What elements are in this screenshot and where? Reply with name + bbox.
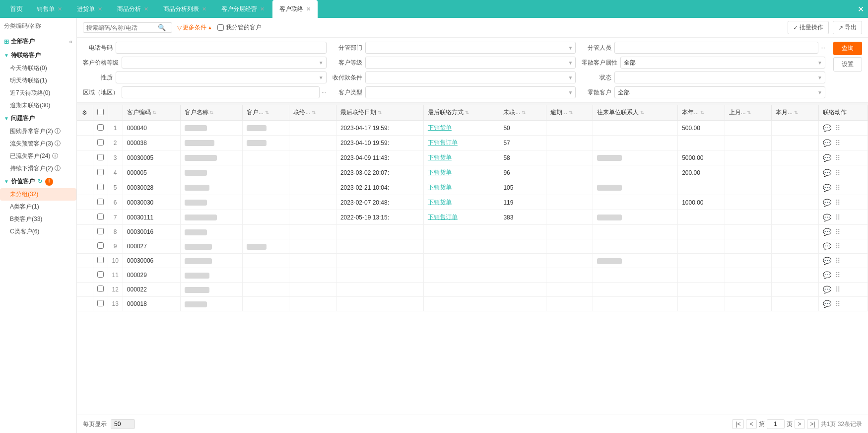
phone-action-icon[interactable]: 💬 (823, 228, 831, 236)
row-checkbox[interactable] (97, 184, 104, 190)
sidebar-item-declining[interactable]: 持续下滑客户(2) ⓘ (0, 162, 76, 175)
tab-customer-contact[interactable]: 客户联络 ✕ (272, 0, 318, 18)
sidebar-item-7days[interactable]: 近7天待联络(0) (0, 87, 76, 99)
sidebar-item-overdue[interactable]: 逾期未联络(30) (0, 99, 76, 112)
row-checkbox[interactable] (97, 271, 104, 278)
dept-select[interactable] (365, 42, 576, 54)
row-checkbox[interactable] (97, 124, 104, 131)
sidebar-item-churned[interactable]: 已流失客户(24) ⓘ (0, 150, 76, 162)
th-overdue[interactable]: 逾期... (546, 105, 593, 121)
phone-action-icon[interactable]: 💬 (823, 242, 831, 250)
more-action-icon[interactable]: ⠿ (835, 242, 840, 250)
my-customers-check[interactable] (217, 24, 224, 31)
page-number-input[interactable] (767, 419, 785, 429)
tab-purchase[interactable]: 进货单 ✕ (70, 0, 109, 18)
more-action-icon[interactable]: ⠿ (835, 300, 840, 308)
th-contact-person[interactable]: 往来单位联系人 (593, 105, 678, 121)
th-no-contact[interactable]: 未联... (499, 105, 546, 121)
phone-input[interactable] (116, 42, 327, 54)
filter-search-input[interactable] (86, 24, 156, 31)
more-action-icon[interactable]: ⠿ (835, 139, 840, 147)
contact-method-link[interactable]: 下销货单 (428, 154, 452, 161)
more-action-icon[interactable]: ⠿ (835, 286, 840, 293)
th-code[interactable]: 客户编码 (123, 105, 180, 121)
phone-action-icon[interactable]: 💬 (823, 271, 831, 279)
status-select[interactable] (614, 72, 825, 83)
phone-action-icon[interactable]: 💬 (823, 169, 831, 177)
sidebar-item-today[interactable]: 今天待联络(0) (0, 62, 76, 74)
phone-action-icon[interactable]: 💬 (823, 300, 831, 308)
phone-action-icon[interactable]: 💬 (823, 139, 831, 147)
sidebar-item-class-b[interactable]: B类客户(33) (0, 213, 76, 225)
phone-action-icon[interactable]: 💬 (823, 286, 831, 293)
sidebar-item-tomorrow[interactable]: 明天待联络(1) (0, 74, 76, 87)
tab-sales[interactable]: 销售单 ✕ (30, 0, 69, 18)
cust-type-select[interactable] (365, 86, 576, 98)
person-input[interactable] (614, 42, 818, 54)
window-close-btn[interactable]: ✕ (858, 4, 864, 14)
sidebar-item-class-c[interactable]: C类客户(6) (0, 225, 76, 238)
more-action-icon[interactable]: ⠿ (835, 169, 840, 177)
row-checkbox[interactable] (97, 199, 104, 205)
first-page-btn[interactable]: |< (732, 419, 744, 429)
tab-analysis[interactable]: 商品分析 ✕ (110, 0, 155, 18)
select-all-checkbox[interactable] (97, 109, 104, 115)
row-checkbox[interactable] (97, 257, 104, 263)
home-tab[interactable]: 首页 (4, 4, 29, 13)
group-value-customers[interactable]: ▼ 价值客户 ↻ ! (0, 175, 76, 188)
reset-btn[interactable]: 设置 (833, 57, 862, 72)
phone-action-icon[interactable]: 💬 (823, 214, 831, 221)
phone-action-icon[interactable]: 💬 (823, 257, 831, 265)
th-last-contact-date[interactable]: 最后联络日期 (336, 105, 423, 121)
th-type[interactable]: 客户... (243, 105, 289, 121)
sidebar-item-class-a[interactable]: A类客户(1) (0, 201, 76, 213)
th-this-year[interactable]: 本年... (678, 105, 725, 121)
contact-method-link[interactable]: 下销售订单 (428, 214, 458, 220)
more-action-icon[interactable]: ⠿ (835, 124, 840, 132)
th-contact[interactable]: 联络... (289, 105, 336, 121)
contact-method-link[interactable]: 下销售订单 (428, 139, 458, 146)
retail-cust-select[interactable]: 全部 (614, 86, 825, 98)
close-purchase-tab[interactable]: ✕ (98, 6, 102, 12)
price-grade-select[interactable] (122, 57, 327, 69)
tab-analysis-list[interactable]: 商品分析列表 ✕ (156, 0, 213, 18)
more-action-icon[interactable]: ⠿ (835, 228, 840, 236)
more-action-icon[interactable]: ⠿ (835, 271, 840, 279)
last-page-btn[interactable]: >| (807, 419, 819, 429)
contact-method-link[interactable]: 下销货单 (428, 124, 452, 131)
sidebar-collapse-btn[interactable]: « (69, 38, 72, 45)
more-action-icon[interactable]: ⠿ (835, 184, 840, 192)
more-action-icon[interactable]: ⠿ (835, 154, 840, 162)
refresh-icon[interactable]: ↻ (38, 178, 42, 185)
row-checkbox[interactable] (97, 214, 104, 220)
person-ellipsis[interactable]: ··· (820, 44, 825, 51)
nature-select[interactable] (116, 72, 327, 83)
cust-grade-select[interactable] (365, 57, 576, 69)
contact-method-link[interactable]: 下销货单 (428, 184, 452, 191)
sidebar-item-churn-warning[interactable]: 流失预警客户(3) ⓘ (0, 138, 76, 150)
sidebar-search-input[interactable] (4, 22, 77, 29)
row-checkbox[interactable] (97, 300, 104, 306)
filter-search-icon[interactable]: 🔍 (158, 24, 166, 31)
retail-attr-select[interactable]: 全部 (620, 57, 825, 69)
sidebar-item-unclassified[interactable]: 未分组(32) (0, 188, 76, 201)
region-input[interactable] (122, 86, 320, 98)
close-analysis-list-tab[interactable]: ✕ (202, 6, 206, 12)
th-last-contact-method[interactable]: 最后联络方式 (423, 105, 499, 121)
more-action-icon[interactable]: ⠿ (835, 214, 840, 221)
group-pending-contact[interactable]: ▼ 待联络客户 (0, 49, 76, 62)
phone-action-icon[interactable]: 💬 (823, 184, 831, 192)
row-checkbox[interactable] (97, 169, 104, 175)
phone-action-icon[interactable]: 💬 (823, 124, 831, 132)
phone-action-icon[interactable]: 💬 (823, 199, 831, 207)
batch-ops-btn[interactable]: ✓ 批量操作 (788, 21, 829, 34)
row-checkbox[interactable] (97, 286, 104, 292)
th-this-month[interactable]: 本月... (772, 105, 818, 121)
more-conditions-btn[interactable]: ▽ 更多条件 ▲ (177, 23, 212, 32)
row-checkbox[interactable] (97, 228, 104, 234)
th-settings[interactable]: ⚙ (77, 105, 93, 121)
row-checkbox[interactable] (97, 154, 104, 160)
all-customers-item[interactable]: ⊞ 全部客户 « (0, 34, 76, 49)
more-action-icon[interactable]: ⠿ (835, 257, 840, 265)
contact-method-link[interactable]: 下销货单 (428, 199, 452, 206)
